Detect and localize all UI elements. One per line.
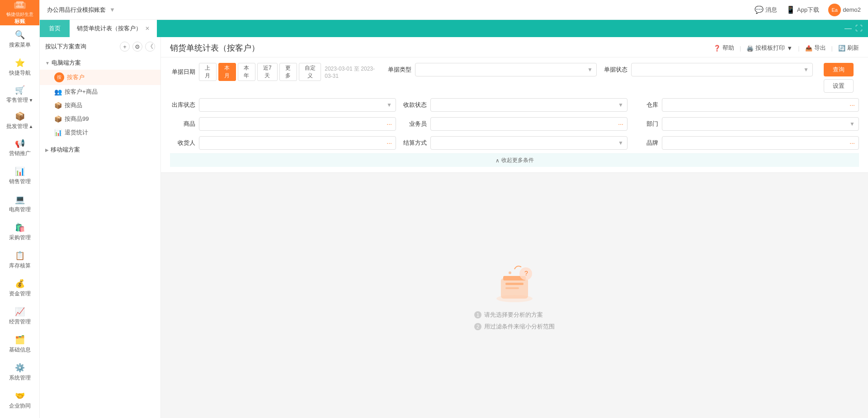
collapse-panel-btn[interactable]: 《 [145,42,155,52]
topbar-right: 💬 消息 📱 App下载 Ea demo2 [755,4,861,16]
sidebar-item-label: 快捷导航 [9,69,31,77]
empty-illustration: ? [487,260,542,305]
sidebar-item-label: 企业协同 [9,402,31,410]
date-btn-this-month[interactable]: 本月 [218,63,236,81]
sidebar-item-ecommerce[interactable]: 💻 电商管理 [0,190,40,218]
brand-select[interactable]: ··· [662,136,859,150]
topbar: 办公用品行业模拟账套 ▼ 💬 消息 📱 App下载 Ea demo2 [40,0,868,20]
doc-status-select[interactable]: ▼ [631,63,813,76]
sidebar-item-finance[interactable]: 💰 资金管理 [0,274,40,302]
sidebar-item-wholesale[interactable]: 📦 批发管理 ▲ [0,108,40,134]
export-btn[interactable]: 📤 导出 [805,44,826,52]
action-divider3: | [831,45,833,52]
setting-btn[interactable]: 设置 [824,79,854,93]
sidebar-item-sales[interactable]: 📊 销售管理 [0,162,40,190]
breadcrumb-text: 办公用品行业模拟账套 [47,6,106,14]
tip-text-2: 用过滤条件来缩小分析范围 [484,323,555,331]
sidebar-item-label: 零售管理 [6,96,28,104]
settings-scheme-btn[interactable]: ⚙ [132,42,142,52]
tree-item-by-goods[interactable]: 📦 按商品 [40,99,160,112]
sidebar-item-management[interactable]: 📈 经营管理 [0,302,40,330]
refresh-btn[interactable]: 🔄 刷新 [838,44,859,52]
receiver-select[interactable]: ··· [199,136,396,150]
salesperson-label: 业务员 [401,120,427,128]
tab-maximize-btn[interactable]: ⛶ [855,24,863,33]
receiver-dots-icon: ··· [387,139,392,147]
tree-toggle-icon: ▼ [45,61,50,66]
avatar: Ea [828,4,841,16]
doc-type-select[interactable]: ▼ [415,63,597,76]
tabbar-actions: — ⛶ [844,24,868,33]
brand-label: 品牌 [633,139,658,147]
page-title: 销货单统计表（按客户） [170,43,259,53]
tree-item-label: 按商品99 [65,115,89,123]
help-btn[interactable]: ❓ 帮助 [713,44,734,52]
empty-tip-2: 2 用过滤条件来缩小分析范围 [474,323,555,331]
print-icon: 🖨️ [746,45,754,52]
sidebar-item-retail[interactable]: 🛒 零售管理 ▼ [0,81,40,108]
sidebar-item-marketing[interactable]: 📢 营销推广 [0,134,40,162]
main-area: 办公用品行业模拟账套 ▼ 💬 消息 📱 App下载 Ea demo2 首页 销货… [40,0,868,418]
tree-item-return-stats[interactable]: 📊 退货统计 [40,126,160,139]
settlement-select[interactable]: ▼ [430,136,627,150]
refresh-label: 刷新 [847,44,859,52]
chevron-up-icon: ▲ [29,124,33,129]
page-title-bar: 销货单统计表（按客户） ❓ 帮助 | 🖨️ 按模板打印 ▼ | 📤 [161,37,868,57]
salesperson-select[interactable]: ··· [430,117,627,131]
goods-label: 商品 [170,120,195,128]
user-profile-btn[interactable]: Ea demo2 [828,4,861,16]
sidebar-item-system[interactable]: ⚙️ 系统管理 [0,358,40,386]
tree-mobile-parent[interactable]: ▶ 移动端方案 [40,143,160,157]
sidebar-item-purchase[interactable]: 🛍️ 采购管理 [0,218,40,246]
date-btn-more[interactable]: 更多 [279,63,297,81]
marketing-icon: 📢 [15,138,25,148]
sidebar-item-search[interactable]: 🔍 搜索菜单 [0,25,40,53]
dept-label: 部门 [633,120,658,128]
warehouse-select[interactable]: ··· [662,98,859,112]
breadcrumb-dropdown-icon[interactable]: ▼ [109,6,115,13]
dept-select[interactable]: ▼ [662,117,859,131]
tab-minimize-btn[interactable]: — [844,24,852,33]
date-btn-custom[interactable]: 自定义 [299,63,321,81]
doc-type-arrow-icon: ▼ [587,66,593,73]
desktop-section: ▼ 电脑端方案 按 按客户 👥 按客户+商品 📦 按商品 [40,56,160,143]
plus-icon: + [123,43,127,50]
tree-desktop-parent[interactable]: ▼ 电脑端方案 [40,56,160,70]
sidebar-item-basic-info[interactable]: 🗂️ 基础信息 [0,330,40,358]
print-btn[interactable]: 🖨️ 按模板打印 ▼ [746,44,793,52]
sidebar-item-inventory[interactable]: 📋 库存核算 [0,246,40,274]
tab-close-btn[interactable]: ✕ [145,25,150,32]
sidebar-item-label: 电商管理 [9,206,31,214]
app-download-btn[interactable]: 📱 App下载 [786,5,819,14]
receiver-label: 收货人 [170,139,195,147]
refresh-icon: 🔄 [838,45,845,52]
payment-status-select[interactable]: ▼ [430,98,627,112]
message-btn[interactable]: 💬 消息 [755,5,777,14]
tab-home[interactable]: 首页 [40,20,70,37]
out-status-select[interactable]: ▼ [199,98,396,112]
doc-type-label: 单据类型 [386,66,411,74]
tree-item-customer-goods[interactable]: 👥 按客户+商品 [40,85,160,99]
query-btn[interactable]: 查询 [824,63,854,76]
settlement-arrow-icon: ▼ [618,140,623,146]
collapse-filter-btn[interactable]: ∧ 收起更多条件 [170,153,859,167]
date-btn-last-month[interactable]: 上月 [199,63,217,81]
left-panel-header: 按以下方案查询 + ⚙ 《 [40,37,160,56]
salesperson-dots-icon: ··· [618,120,623,128]
sidebar-item-quick[interactable]: ⭐ 快捷导航 [0,53,40,81]
sidebar-item-enterprise[interactable]: 🤝 企业协同 [0,386,40,414]
tab-home-label: 首页 [49,24,61,33]
tree-item-goods99[interactable]: 📦 按商品99 [40,112,160,126]
sidebar-item-guide[interactable]: 🎯 新手引导 [0,414,40,418]
message-label: 消息 [765,6,777,14]
empty-tip-1: 1 请先选择要分析的方案 [474,311,555,319]
date-btn-this-year[interactable]: 本年 [238,63,255,81]
tab-active[interactable]: 销货单统计表（按客户） ✕ [70,20,157,37]
goods-icon: 📦 [54,102,62,109]
tree-item-by-customer[interactable]: 按 按客户 [40,70,160,85]
add-scheme-btn[interactable]: + [120,42,130,52]
sidebar-logo[interactable]: 好生意 畅捷信好生意 标账 [0,0,40,25]
goods-select[interactable]: ··· [199,117,396,131]
empty-state: ? 1 请先选择要分析的方案 2 用过滤条件来缩小分析范围 [161,173,868,418]
date-btn-7days[interactable]: 近7天 [257,63,278,81]
